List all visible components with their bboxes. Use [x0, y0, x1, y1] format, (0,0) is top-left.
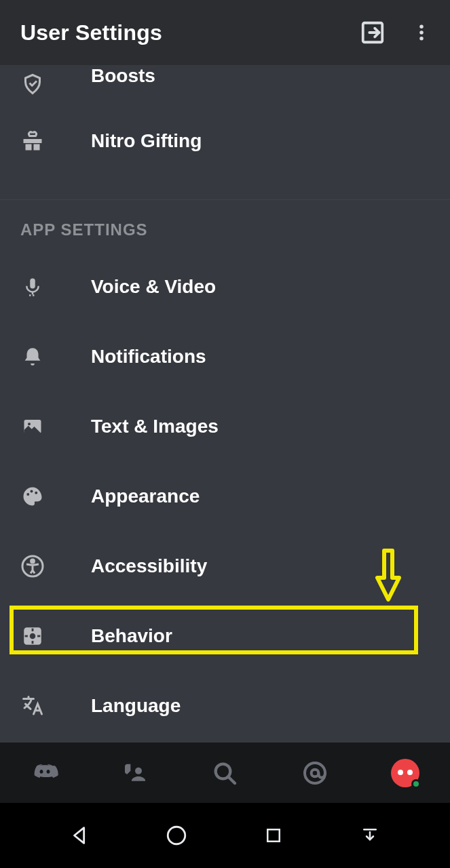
nav-home-icon[interactable] [160, 819, 193, 852]
settings-item-nitro-gifting[interactable]: Nitro Gifting [0, 103, 450, 179]
settings-item-label: Text & Images [91, 416, 450, 437]
svg-rect-21 [37, 635, 40, 637]
status-online-icon [411, 779, 421, 789]
tab-search[interactable] [204, 753, 245, 793]
settings-item-notifications[interactable]: Notifications [0, 321, 450, 391]
microphone-icon [20, 275, 45, 299]
settings-item-label: Nitro Gifting [91, 130, 450, 152]
svg-point-10 [28, 422, 31, 425]
tab-home[interactable] [24, 753, 65, 793]
svg-rect-6 [34, 144, 40, 151]
svg-point-13 [35, 491, 37, 494]
gift-icon [20, 129, 45, 153]
palette-icon [20, 484, 45, 509]
header-actions [358, 18, 442, 47]
shield-icon [20, 72, 45, 96]
header: User Settings [0, 0, 450, 65]
tab-friends[interactable] [115, 753, 155, 793]
settings-item-label: Accessibility [91, 555, 450, 577]
nav-recents-icon[interactable] [257, 819, 290, 852]
android-nav-bar [0, 803, 450, 868]
settings-item-accessibility[interactable]: Accessibility [0, 531, 450, 601]
settings-item-label: Language [91, 695, 450, 717]
svg-point-17 [30, 633, 36, 639]
tab-mentions[interactable] [295, 753, 335, 793]
svg-point-11 [26, 493, 29, 496]
svg-rect-5 [26, 144, 32, 151]
svg-rect-7 [30, 278, 35, 288]
exit-icon[interactable] [358, 18, 388, 47]
settings-content[interactable]: Boosts Nitro Gifting APP SETTINGS [0, 65, 450, 743]
accessibility-icon [20, 554, 45, 578]
bottom-tab-bar [0, 743, 450, 803]
overflow-menu-icon[interactable] [407, 18, 436, 47]
nav-download-icon[interactable] [354, 819, 386, 852]
svg-rect-18 [32, 628, 34, 631]
svg-point-3 [419, 37, 424, 41]
translate-icon [20, 694, 45, 718]
app-root: User Settings [0, 0, 450, 868]
settings-item-text-images[interactable]: Text & Images [0, 391, 450, 461]
svg-point-15 [31, 559, 35, 563]
avatar [391, 759, 419, 787]
svg-rect-20 [25, 635, 28, 637]
nav-back-icon[interactable] [64, 819, 96, 852]
tab-profile[interactable] [385, 753, 426, 793]
settings-item-voice-video[interactable]: Voice & Video [0, 252, 450, 321]
settings-item-label: Appearance [91, 486, 450, 507]
page-title: User Settings [20, 20, 358, 45]
svg-point-23 [305, 763, 325, 783]
settings-item-boosts[interactable]: Boosts [0, 65, 450, 103]
settings-item-label: Behavior [91, 625, 450, 647]
svg-rect-4 [24, 139, 42, 143]
settings-item-label: Boosts [91, 65, 450, 85]
gear-box-icon [20, 624, 45, 648]
svg-point-1 [419, 25, 424, 29]
svg-rect-26 [267, 829, 280, 842]
settings-item-behavior[interactable]: Behavior [0, 601, 450, 671]
bell-icon [20, 344, 45, 369]
svg-rect-8 [32, 351, 34, 355]
section-header-app-settings: APP SETTINGS [0, 200, 450, 252]
settings-item-appearance[interactable]: Appearance [0, 461, 450, 531]
image-icon [20, 414, 45, 439]
svg-rect-19 [32, 641, 34, 644]
settings-item-language[interactable]: Language [0, 671, 450, 741]
svg-point-12 [31, 490, 33, 492]
settings-item-label: Voice & Video [91, 276, 450, 298]
svg-point-2 [419, 31, 424, 35]
svg-point-22 [216, 764, 231, 778]
svg-point-25 [168, 827, 186, 844]
settings-item-label: Notifications [91, 346, 450, 368]
